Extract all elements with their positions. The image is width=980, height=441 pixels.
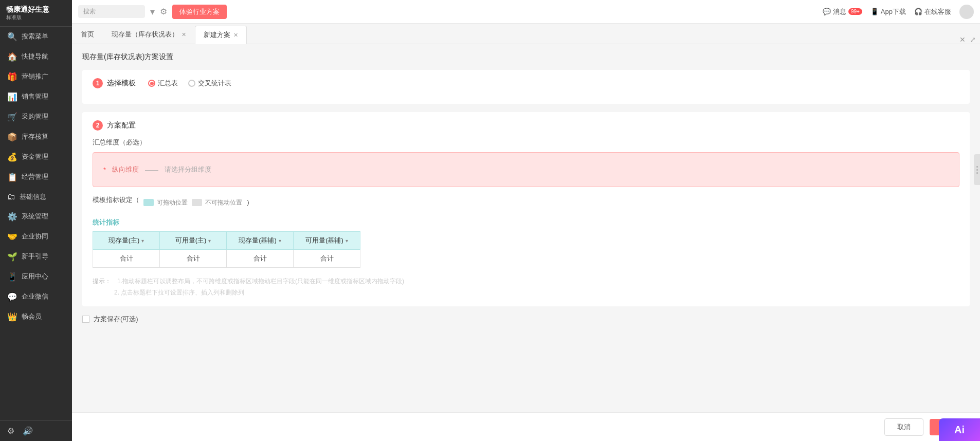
sidebar-item-label: 系统管理 [22,212,48,221]
tab-inventory-label: 现存量（库存状况表） [112,30,178,39]
sidebar-item-label: 搜索菜单 [22,32,48,41]
mobile-icon: 📱 [7,272,17,282]
content-area: 现存量(库存状况表)方案设置 1 选择模板 汇总表 交叉统计表 [72,44,980,412]
sidebar-item-sales[interactable]: 📊 销售管理 [0,87,72,107]
messages-badge: 99+ [848,8,862,15]
tab-inventory-status[interactable]: 现存量（库存状况表） ✕ [103,25,195,44]
plant-icon: 🌱 [7,252,17,262]
indicator-setting-suffix: ） [246,198,253,207]
tab-inventory-close-icon[interactable]: ✕ [182,31,186,38]
sidebar-item-label: 基础信息 [20,192,46,201]
sidebar-item-basic[interactable]: 🗂 基础信息 [0,187,72,207]
messages-label: 消息 [833,7,846,16]
sidebar-item-label: 企业协同 [22,232,48,241]
right-handle[interactable] [974,154,980,185]
dimension-label: 汇总维度（必选） [93,138,959,147]
box-icon: 📦 [7,132,17,142]
col-present-aux[interactable]: 现存量(基辅) ▾ [227,232,294,250]
sidebar-item-label: 应用中心 [22,272,48,281]
tips-section: 提示： 1.拖动标题栏可以调整布局，不可跨维度或指标区域拖动栏目字段(只能在同一… [93,276,959,298]
col-available-main[interactable]: 可用量(主) ▾ [160,232,227,250]
radio-crosstab[interactable]: 交叉统计表 [188,79,231,88]
dimension-placeholder[interactable]: 请选择分组维度 [165,165,211,174]
col-present-main-label: 现存量(主) [108,236,140,245]
topbar-search-placeholder: 搜索 [78,5,145,18]
legend-draggable-label: 可拖动位置 [157,198,188,207]
sidebar-item-vip[interactable]: 👑 畅会员 [0,307,72,327]
sidebar-menu: 🔍 搜索菜单 🏠 快捷导航 🎁 营销推广 📊 销售管理 🛒 采购管理 📦 库存核… [0,27,72,420]
money-icon: 💰 [7,152,17,162]
app-download-button[interactable]: 📱 App下载 [870,7,906,16]
section-config: 2 方案配置 汇总维度（必选） * 纵向维度 —— 请选择分组维度 模板指标设定… [82,112,970,306]
indicator-setting-row: 模板指标设定（ 可拖动位置 不可拖动位置 ） [93,195,959,210]
cart-icon: 🛒 [7,112,17,122]
sidebar: 畅康通好生意 标准版 🔍 搜索菜单 🏠 快捷导航 🎁 营销推广 📊 销售管理 🛒… [0,0,72,441]
app-version: 标准版 [6,14,66,21]
section-template: 1 选择模板 汇总表 交叉统计表 [82,70,970,104]
sidebar-item-inventory[interactable]: 📦 库存核算 [0,127,72,147]
save-checkbox[interactable] [82,316,89,323]
sidebar-item-quicknav[interactable]: 🏠 快捷导航 [0,47,72,67]
search-icon: 🔍 [7,32,17,42]
sidebar-item-label: 企业微信 [22,292,48,301]
user-avatar[interactable] [959,5,974,19]
handle-dot [976,166,978,168]
chevron-down-icon: ▾ [208,238,211,244]
chevron-down-icon: ▾ [141,238,144,244]
tip-1: 提示： 1.拖动标题栏可以调整布局，不可跨维度或指标区域拖动栏目字段(只能在同一… [93,276,959,287]
cancel-button[interactable]: 取消 [884,418,923,436]
stats-section-label: 统计指标 [93,218,959,227]
sidebar-item-label: 库存核算 [22,132,48,141]
ai-badge[interactable]: Ai [939,418,980,441]
tab-home[interactable]: 首页 [72,25,103,44]
tab-new-scheme-close-icon[interactable]: ✕ [233,32,238,39]
sidebar-item-finance[interactable]: 💰 资金管理 [0,147,72,167]
section1-title: 选择模板 [107,79,136,88]
sidebar-item-marketing[interactable]: 🎁 营销推广 [0,67,72,87]
tab-close-all-icon[interactable]: ✕ [959,35,966,44]
sidebar-item-system[interactable]: ⚙️ 系统管理 [0,207,72,227]
sidebar-item-wechat[interactable]: 💬 企业微信 [0,287,72,307]
topbar-gear-icon[interactable]: ⚙ [160,7,167,16]
sidebar-item-newguide[interactable]: 🌱 新手引导 [0,247,72,267]
online-service-button[interactable]: 🎧 在线客服 [914,7,951,16]
dimension-vertical-label: 纵向维度 [112,165,139,174]
sidebar-item-appcenter[interactable]: 📱 应用中心 [0,267,72,287]
sidebar-item-enterprise[interactable]: 🤝 企业协同 [0,227,72,247]
sidebar-item-search[interactable]: 🔍 搜索菜单 [0,27,72,47]
topbar: 搜索 ▾ ⚙ 体验行业方案 💬 消息 99+ 📱 App下载 🎧 在线客服 [72,0,980,24]
legend-fixed-box [192,199,202,206]
sidebar-item-label: 资金管理 [22,152,48,161]
tab-new-scheme-label: 新建方案 [204,30,230,40]
stats-table: 现存量(主) ▾ 可用量(主) ▾ 现存量(基辅 [93,231,360,268]
dimension-box: * 纵向维度 —— 请选择分组维度 [93,152,959,187]
radio-crosstab-label: 交叉统计表 [198,79,231,88]
folder-icon: 🗂 [7,192,15,201]
gift-icon: 🎁 [7,72,17,82]
tab-expand-icon[interactable]: ⤢ [970,35,976,44]
legend-draggable: 可拖动位置 [143,198,188,207]
radio-summary[interactable]: 汇总表 [148,79,178,88]
tab-new-scheme[interactable]: 新建方案 ✕ [195,26,247,44]
col-available-aux[interactable]: 可用量(基辅) ▾ [294,232,360,250]
online-service-label: 在线客服 [924,7,951,16]
stats-table-header-row: 现存量(主) ▾ 可用量(主) ▾ 现存量(基辅 [93,232,360,250]
messages-button[interactable]: 💬 消息 99+ [823,7,862,16]
template-radio-group: 汇总表 交叉统计表 [148,79,231,88]
sidebar-item-purchase[interactable]: 🛒 采购管理 [0,107,72,127]
sound-icon[interactable]: 🔊 [23,426,33,436]
chart-icon: 📊 [7,92,17,102]
industry-solution-button[interactable]: 体验行业方案 [172,5,227,19]
dimension-required: * [103,166,106,174]
handshake-icon: 🤝 [7,232,17,242]
col-present-main[interactable]: 现存量(主) ▾ [93,232,160,250]
settings-icon[interactable]: ⚙ [7,426,14,436]
message-icon: 💬 [823,8,831,15]
sidebar-item-operation[interactable]: 📋 经营管理 [0,167,72,187]
clipboard-icon: 📋 [7,172,17,182]
radio-crosstab-dot [188,80,195,87]
topbar-dropdown-icon[interactable]: ▾ [150,6,155,17]
cell-available-aux-sub: 合计 [294,250,360,268]
step1-badge: 1 [93,78,103,88]
sidebar-item-label: 经营管理 [22,172,48,181]
